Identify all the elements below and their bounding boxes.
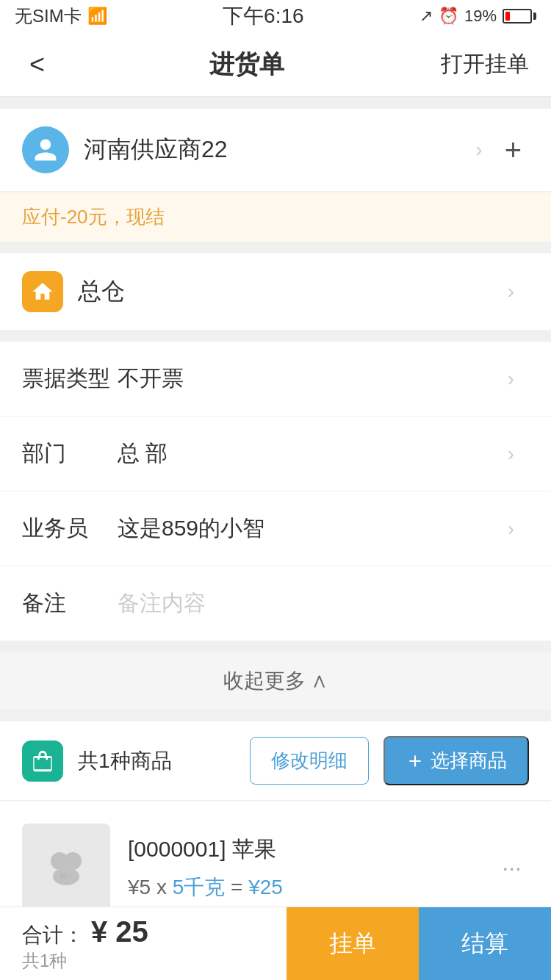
footer: 合计： ¥ 25 共1种 挂单 结算 bbox=[0, 907, 551, 980]
invoice-value: 不开票 bbox=[118, 364, 508, 394]
status-time: 下午6:16 bbox=[223, 2, 304, 30]
select-product-button[interactable]: 选择商品 bbox=[383, 736, 529, 785]
supplier-name: 河南供应商22 bbox=[84, 134, 475, 166]
person-icon bbox=[32, 137, 59, 163]
supplier-chevron-icon: › bbox=[475, 138, 482, 162]
alarm-icon: ⏰ bbox=[439, 7, 458, 26]
supplier-avatar bbox=[22, 126, 69, 173]
form-card: 票据类型 不开票 › 部门 总 部 › 业务员 这是859的小智 › 备注 备注… bbox=[0, 342, 551, 641]
supplier-row[interactable]: 河南供应商22 › + bbox=[0, 109, 551, 192]
warehouse-icon bbox=[22, 271, 63, 312]
invoice-row[interactable]: 票据类型 不开票 › bbox=[0, 342, 551, 417]
total-row: 合计： ¥ 25 bbox=[22, 915, 264, 949]
collapse-button[interactable]: 收起更多 ∧ bbox=[0, 652, 551, 710]
back-button[interactable]: < bbox=[22, 42, 52, 87]
warehouse-card: 总仓 › bbox=[0, 253, 551, 330]
products-icon bbox=[22, 741, 63, 782]
remark-row[interactable]: 备注 备注内容 bbox=[0, 566, 551, 641]
add-supplier-button[interactable]: + bbox=[497, 134, 529, 167]
total-sub: 共1种 bbox=[22, 949, 264, 973]
open-pending-button[interactable]: 打开挂单 bbox=[441, 49, 529, 79]
product-code: [0000001] bbox=[128, 837, 226, 861]
wifi-icon: 📶 bbox=[87, 7, 107, 26]
svg-point-1 bbox=[64, 852, 82, 870]
supplier-warning: 应付-20元，现结 bbox=[0, 192, 551, 242]
home-icon bbox=[31, 280, 54, 303]
svg-text:智+: 智+ bbox=[60, 871, 72, 880]
status-left: 无SIM卡 📶 bbox=[15, 4, 107, 28]
status-bar: 无SIM卡 📶 下午6:16 ↗ ⏰ 19% bbox=[0, 0, 551, 32]
warehouse-row[interactable]: 总仓 › bbox=[0, 253, 551, 330]
product-unit-price: ¥5 bbox=[128, 876, 151, 898]
product-qty: 5千克 bbox=[173, 876, 226, 898]
carrier-text: 无SIM卡 bbox=[15, 4, 82, 28]
product-thumbnail: 智+ bbox=[22, 824, 110, 912]
status-right: ↗ ⏰ 19% bbox=[419, 7, 536, 26]
page-title: 进货单 bbox=[209, 48, 284, 82]
invoice-chevron-icon: › bbox=[508, 367, 514, 391]
product-info: [0000001] 苹果 ¥5 x 5千克 = ¥25 bbox=[128, 835, 477, 901]
pending-button[interactable]: 挂单 bbox=[287, 907, 419, 981]
salesman-chevron-icon: › bbox=[508, 517, 514, 541]
department-label: 部门 bbox=[22, 439, 118, 469]
department-chevron-icon: › bbox=[508, 442, 514, 466]
location-icon: ↗ bbox=[419, 7, 433, 26]
bag-icon bbox=[30, 749, 55, 774]
salesman-value: 这是859的小智 bbox=[118, 514, 508, 544]
remark-label: 备注 bbox=[22, 588, 118, 619]
salesman-label: 业务员 bbox=[22, 514, 118, 544]
salesman-row[interactable]: 业务员 这是859的小智 › bbox=[0, 491, 551, 566]
product-title: 苹果 bbox=[232, 837, 276, 861]
select-product-icon bbox=[406, 752, 425, 771]
nav-bar: < 进货单 打开挂单 bbox=[0, 32, 551, 97]
remark-input[interactable]: 备注内容 bbox=[118, 588, 529, 619]
product-more-button[interactable]: ··· bbox=[494, 854, 529, 882]
supplier-card: 河南供应商22 › + 应付-20元，现结 bbox=[0, 109, 551, 242]
edit-details-button[interactable]: 修改明细 bbox=[250, 737, 369, 785]
select-product-label: 选择商品 bbox=[431, 748, 507, 774]
total-value: ¥ 25 bbox=[91, 915, 148, 948]
content-area: 河南供应商22 › + 应付-20元，现结 总仓 › 票据类型 不开票 › 部门… bbox=[0, 109, 551, 980]
battery-icon bbox=[503, 9, 536, 24]
product-placeholder-icon: 智+ bbox=[44, 846, 88, 890]
product-multiply: x bbox=[156, 876, 167, 898]
product-equals: = bbox=[231, 876, 242, 898]
products-header: 共1种商品 修改明细 选择商品 bbox=[0, 721, 551, 800]
invoice-label: 票据类型 bbox=[22, 364, 118, 394]
product-price: ¥5 x 5千克 = ¥25 bbox=[128, 873, 477, 901]
product-name: [0000001] 苹果 bbox=[128, 835, 477, 865]
footer-total: 合计： ¥ 25 共1种 bbox=[0, 915, 287, 973]
battery-percent: 19% bbox=[464, 7, 497, 26]
warehouse-name: 总仓 bbox=[78, 275, 508, 308]
total-label: 合计： bbox=[22, 921, 84, 949]
settle-button[interactable]: 结算 bbox=[419, 907, 551, 981]
warehouse-chevron-icon: › bbox=[508, 280, 514, 303]
department-row[interactable]: 部门 总 部 › bbox=[0, 417, 551, 491]
products-count: 共1种商品 bbox=[78, 747, 235, 775]
department-value: 总 部 bbox=[118, 439, 508, 469]
product-total: ¥25 bbox=[248, 876, 283, 898]
